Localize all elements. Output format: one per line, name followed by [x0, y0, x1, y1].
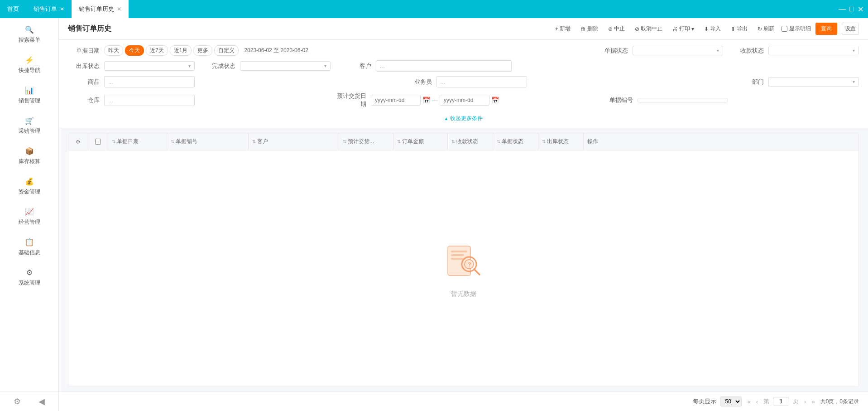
- print-button[interactable]: 🖨 打印 ▾: [670, 23, 697, 34]
- inventory-icon: 📦: [24, 146, 34, 156]
- collapse-sidebar-icon[interactable]: ◀: [38, 396, 45, 406]
- maximize-btn[interactable]: □: [849, 5, 854, 13]
- add-button[interactable]: + 新增: [552, 23, 573, 34]
- sort-icon: ⇅: [171, 139, 174, 144]
- close-window-btn[interactable]: ✕: [858, 5, 863, 14]
- goods-label: 商品: [68, 78, 104, 86]
- settings-icon[interactable]: ⚙: [14, 396, 21, 406]
- date-range-text: 2023-06-02 至 2023-06-02: [244, 47, 308, 54]
- cancel-stop-icon: ⊘: [635, 26, 639, 32]
- first-page-btn[interactable]: «: [745, 397, 752, 406]
- stop-button[interactable]: ⊘ 中止: [605, 23, 628, 34]
- order-status-select[interactable]: ▾: [633, 46, 723, 55]
- sidebar-item-sales[interactable]: 📊 销售管理: [0, 79, 58, 109]
- close-tab-history[interactable]: ✕: [117, 6, 121, 12]
- page-size-label: 每页显示: [693, 397, 716, 406]
- th-customer[interactable]: ⇅ 客户: [249, 133, 339, 150]
- department-select[interactable]: ▾: [768, 77, 859, 87]
- settings-button[interactable]: 设置: [842, 23, 859, 35]
- delivery-start-input[interactable]: [371, 95, 421, 106]
- more-btn[interactable]: 更多: [193, 45, 212, 56]
- cancel-stop-button[interactable]: ⊘ 取消中止: [632, 23, 665, 34]
- sidebar-item-label: 库存核算: [19, 158, 40, 165]
- calendar-start-icon[interactable]: 📅: [422, 97, 430, 104]
- th-status[interactable]: ⇅ 单据状态: [493, 133, 538, 150]
- query-button[interactable]: 查询: [815, 23, 837, 35]
- sidebar-item-finance[interactable]: 💰 资金管理: [0, 170, 58, 200]
- sidebar-item-sys-mgmt[interactable]: ⚙ 系统管理: [0, 261, 58, 291]
- sidebar-item-search-menu[interactable]: 🔍 搜索菜单: [0, 18, 58, 48]
- sort-icon: ⇅: [451, 139, 455, 144]
- last7-btn[interactable]: 近7天: [146, 45, 168, 56]
- payment-status-select[interactable]: ▾: [768, 46, 859, 55]
- display-detail-input[interactable]: [782, 26, 787, 32]
- delivery-end-input[interactable]: [440, 95, 489, 106]
- quick-nav-icon: ⚡: [24, 55, 34, 65]
- collapse-bar[interactable]: ▲ 收起更多条件: [68, 113, 859, 122]
- page-nav: « ‹ 第 页 › »: [745, 396, 816, 406]
- page-input[interactable]: [773, 397, 789, 406]
- export-button[interactable]: ⬆ 导出: [728, 23, 750, 34]
- th-payment[interactable]: ⇅ 收款状态: [448, 133, 493, 150]
- sales-icon: 📊: [24, 85, 34, 95]
- th-settings[interactable]: ⚙: [68, 133, 88, 150]
- calendar-end-icon[interactable]: 📅: [491, 97, 499, 104]
- yesterday-btn[interactable]: 昨天: [104, 45, 123, 56]
- th-checkbox[interactable]: [88, 133, 108, 150]
- sidebar-item-label: 销售管理: [19, 97, 40, 105]
- today-btn[interactable]: 今天: [125, 45, 144, 56]
- warehouse-status-arrow: ▾: [188, 63, 191, 68]
- filter-row-1: 单据日期 昨天 今天 近7天 近1月 更多 自定义 2023-06-02 至 2…: [68, 45, 859, 56]
- content-area: 销售订单历史 + 新增 🗑 删除 ⊘ 中止 ⊘ 取消中止: [59, 18, 868, 411]
- sidebar-item-quick-nav[interactable]: ⚡ 快捷导航: [0, 48, 58, 79]
- salesperson-input[interactable]: ...: [436, 76, 527, 87]
- warehouse-control: ...: [104, 95, 326, 106]
- base-info-icon: 📋: [24, 237, 34, 247]
- th-date[interactable]: ⇅ 单据日期: [108, 133, 167, 150]
- tab-sales-order-history[interactable]: 销售订单历史 ✕: [72, 0, 129, 18]
- page-header: 销售订单历史 + 新增 🗑 删除 ⊘ 中止 ⊘ 取消中止: [59, 18, 868, 40]
- select-all-checkbox[interactable]: [95, 139, 101, 145]
- sort-icon: ⇅: [542, 139, 546, 144]
- goods-input[interactable]: ...: [104, 76, 195, 87]
- sidebar-item-operations[interactable]: 📈 经营管理: [0, 200, 58, 231]
- custom-btn[interactable]: 自定义: [214, 45, 239, 56]
- svg-rect-1: [451, 251, 467, 252]
- print-arrow-icon: ▾: [691, 26, 694, 32]
- page-label-pre: 第: [762, 396, 771, 406]
- next-page-btn[interactable]: ›: [802, 397, 808, 406]
- tab-sales-order[interactable]: 销售订单 ✕: [26, 0, 72, 18]
- sys-mgmt-icon: ⚙: [24, 267, 34, 277]
- last1m-btn[interactable]: 近1月: [170, 45, 192, 56]
- last-page-btn[interactable]: »: [810, 397, 816, 406]
- th-warehouse[interactable]: ⇅ 出库状态: [538, 133, 584, 150]
- order-status-control: ▾: [633, 46, 723, 55]
- tab-home[interactable]: 首页: [0, 0, 26, 18]
- sidebar-item-label: 系统管理: [19, 279, 40, 287]
- warehouse-input[interactable]: ...: [104, 95, 195, 106]
- warehouse-status-select[interactable]: ▾: [104, 61, 195, 71]
- minimize-btn[interactable]: —: [839, 5, 846, 13]
- sidebar-bottom: ⚙ ◀: [0, 392, 58, 411]
- page-size-select[interactable]: 50: [720, 396, 742, 406]
- th-amount[interactable]: ⇅ 订单金额: [393, 133, 448, 150]
- sidebar-item-purchase[interactable]: 🛒 采购管理: [0, 109, 58, 140]
- purchase-icon: 🛒: [24, 116, 34, 126]
- th-no[interactable]: ⇅ 单据编号: [167, 133, 249, 150]
- import-button[interactable]: ⬇ 导入: [701, 23, 724, 34]
- prev-page-btn[interactable]: ‹: [754, 397, 760, 406]
- th-delivery[interactable]: ⇅ 预计交货...: [339, 133, 393, 150]
- filter-row-2: 出库状态 ▾ 完成状态 ▾ 客户 ...: [68, 60, 859, 72]
- order-status-arrow: ▾: [717, 48, 719, 53]
- display-detail-checkbox[interactable]: 显示明细: [782, 25, 811, 33]
- customer-input[interactable]: ...: [376, 60, 512, 72]
- refresh-button[interactable]: ↻ 刷新: [755, 23, 777, 34]
- sidebar-item-inventory[interactable]: 📦 库存核算: [0, 140, 58, 170]
- sort-icon: ⇅: [112, 139, 115, 144]
- page-label: 页: [791, 396, 801, 406]
- close-tab-sales-order[interactable]: ✕: [60, 6, 64, 12]
- complete-status-select[interactable]: ▾: [240, 61, 331, 71]
- order-no-input[interactable]: [638, 98, 728, 102]
- sidebar-item-base-info[interactable]: 📋 基础信息: [0, 231, 58, 261]
- delete-button[interactable]: 🗑 删除: [578, 23, 601, 34]
